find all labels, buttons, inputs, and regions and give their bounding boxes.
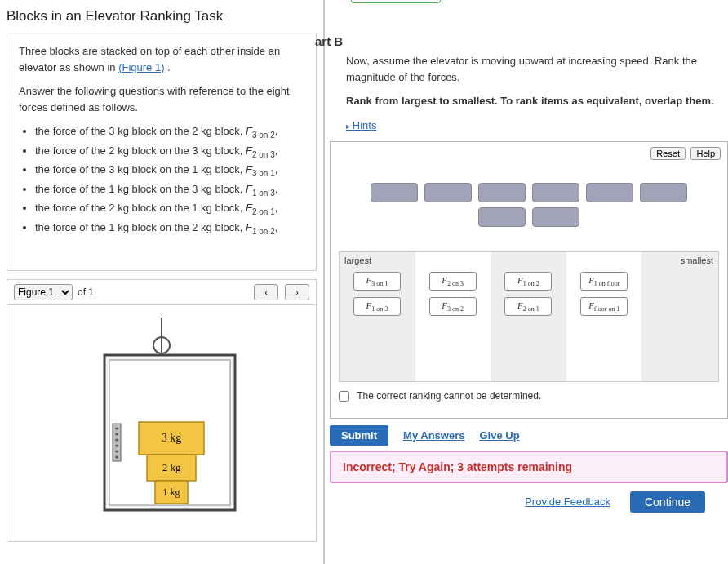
figure-next-button[interactable]: › — [285, 284, 309, 300]
block-1kg-label: 1 kg — [163, 486, 180, 498]
force-chip-f2on3[interactable]: F2 on 3 — [429, 272, 477, 291]
figure-link[interactable]: (Figure 1) — [118, 61, 164, 73]
answer-intro: Answer the following questions with refe… — [19, 83, 304, 115]
intro-end: . — [167, 61, 171, 73]
force-chip-f1onfloor[interactable]: F1 on floor — [580, 272, 628, 291]
force-list-item: the force of the 3 kg block on the 1 kg … — [35, 162, 304, 180]
rank-toolbar: Reset Help — [335, 147, 722, 160]
submit-button[interactable]: Submit — [330, 425, 388, 446]
continue-button[interactable]: Continue — [630, 491, 705, 513]
rank-col-4[interactable]: F1 on floor Ffloor on 1 — [566, 252, 642, 381]
cannot-determine-row: The correct ranking cannot be determined… — [335, 385, 722, 402]
force-list-item: the force of the 3 kg block on the 2 kg … — [35, 123, 304, 141]
chip-tray-bottom — [335, 207, 722, 227]
figure-count: of 1 — [78, 286, 94, 298]
give-up-link[interactable]: Give Up — [479, 429, 519, 442]
part-title: art B — [313, 0, 728, 53]
block-3kg-label: 3 kg — [162, 432, 182, 444]
force-list-item: the force of the 2 kg block on the 1 kg … — [35, 200, 304, 218]
force-list-item: the force of the 1 kg block on the 2 kg … — [35, 220, 304, 238]
svg-point-9 — [115, 450, 118, 452]
problem-statement: Three blocks are stacked on top of each … — [7, 33, 317, 271]
my-answers-link[interactable]: My Answers — [403, 429, 464, 442]
force-chip-f3on2[interactable]: F3 on 2 — [429, 297, 477, 316]
instructions: Now, assume the elevator is moving upwar… — [313, 53, 728, 109]
largest-label: largest — [344, 255, 371, 265]
empty-slot[interactable] — [532, 207, 579, 227]
svg-point-7 — [115, 438, 118, 441]
rank-col-1[interactable]: F3 on 1 F1 on 3 — [340, 252, 415, 381]
empty-slot[interactable] — [640, 183, 687, 202]
left-panel: Blocks in an Elevator Ranking Task Three… — [0, 0, 325, 564]
empty-slot[interactable] — [478, 183, 526, 202]
force-chip-f2on1[interactable]: F2 on 1 — [504, 297, 552, 316]
ranking-area[interactable]: largest smallest F3 on 1 F1 on 3 F2 on 3… — [339, 251, 719, 382]
cannot-determine-checkbox[interactable] — [339, 391, 349, 402]
figure-toolbar: Figure 1 of 1 ‹ › — [7, 279, 317, 305]
figure-area: 3 kg 2 kg 1 kg — [7, 305, 317, 542]
instruction-1: Now, assume the elevator is moving upwar… — [346, 53, 721, 85]
cannot-determine-label: The correct ranking cannot be determined… — [357, 390, 541, 402]
bottom-row: Provide Feedback Continue — [313, 491, 728, 513]
intro-paragraph: Three blocks are stacked on top of each … — [19, 43, 304, 75]
force-list-item: the force of the 1 kg block on the 3 kg … — [35, 181, 304, 199]
empty-slot[interactable] — [371, 183, 418, 202]
rank-col-3[interactable]: F1 on 2 F2 on 1 — [491, 252, 567, 381]
help-button[interactable]: Help — [690, 147, 721, 160]
reset-button[interactable]: Reset — [650, 147, 686, 160]
rank-col-2[interactable]: F2 on 3 F3 on 2 — [415, 252, 491, 381]
force-list-item: the force of the 2 kg block on the 3 kg … — [35, 143, 304, 161]
hints-link[interactable]: Hints — [346, 119, 376, 131]
figure-select[interactable]: Figure 1 — [14, 284, 73, 300]
force-chip-f1on3[interactable]: F1 on 3 — [353, 297, 401, 316]
provide-feedback-link[interactable]: Provide Feedback — [525, 495, 610, 508]
figure-prev-button[interactable]: ‹ — [254, 284, 278, 300]
force-chip-f1on2[interactable]: F1 on 2 — [504, 272, 552, 291]
forces-list: the force of the 3 kg block on the 2 kg … — [35, 123, 304, 238]
ranking-widget: Reset Help largest smallest F3 on 1 F1 o… — [330, 141, 728, 419]
chip-tray-top — [335, 183, 722, 202]
empty-slot[interactable] — [424, 183, 472, 202]
action-row: Submit My Answers Give Up — [330, 425, 728, 446]
svg-point-8 — [115, 444, 118, 446]
force-chip-fflooron1[interactable]: Ffloor on 1 — [580, 297, 628, 316]
svg-point-10 — [115, 455, 118, 458]
task-title: Blocks in an Elevator Ranking Task — [0, 7, 323, 33]
elevator-diagram: 3 kg 2 kg 1 kg — [64, 318, 260, 530]
right-panel: art B Now, assume the elevator is moving… — [310, 0, 728, 564]
feedback-message: Incorrect; Try Again; 3 attempts remaini… — [330, 451, 728, 483]
block-2kg-label: 2 kg — [162, 461, 181, 473]
empty-slot[interactable] — [532, 183, 579, 202]
svg-point-6 — [115, 433, 118, 435]
svg-point-5 — [115, 427, 118, 429]
rank-col-5[interactable] — [642, 252, 718, 381]
empty-slot[interactable] — [586, 183, 633, 202]
empty-slot[interactable] — [478, 207, 526, 227]
smallest-label: smallest — [681, 255, 713, 265]
force-chip-f3on1[interactable]: F3 on 1 — [353, 272, 401, 291]
instruction-2: Rank from largest to smallest. To rank i… — [346, 93, 721, 109]
